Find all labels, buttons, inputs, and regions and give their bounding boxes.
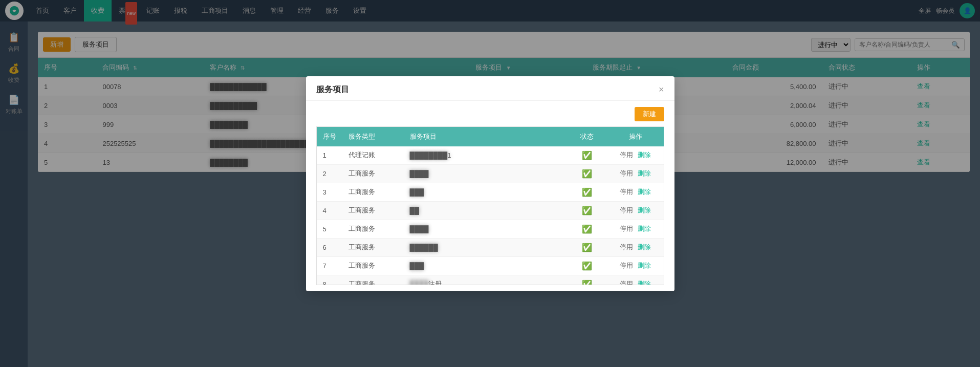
delete-button[interactable]: 删除 bbox=[638, 243, 651, 251]
list-item: 1 代理记账 ████████1 ✅ 停用 删除 bbox=[317, 146, 664, 165]
disable-button[interactable]: 停用 bbox=[620, 188, 633, 196]
status-check-icon: ✅ bbox=[582, 243, 592, 252]
list-item: 4 工商服务 ██ ✅ 停用 删除 bbox=[317, 201, 664, 220]
list-item: 7 工商服务 ███ ✅ 停用 删除 bbox=[317, 256, 664, 275]
modal-table-wrap: 序号 服务类型 服务项目 状态 操作 1 代理记账 ████████1 ✅ bbox=[316, 126, 664, 285]
status-check-icon: ✅ bbox=[582, 169, 592, 178]
modal-col-action: 操作 bbox=[607, 127, 664, 146]
modal-col-type: 服务类型 bbox=[342, 127, 404, 146]
delete-button[interactable]: 删除 bbox=[638, 225, 651, 232]
modal-col-seq: 序号 bbox=[317, 127, 342, 146]
delete-button[interactable]: 删除 bbox=[638, 188, 651, 196]
modal-title: 服务项目 bbox=[316, 84, 349, 95]
modal-body: 新建 序号 服务类型 服务项目 状态 操作 bbox=[306, 101, 674, 291]
status-check-icon: ✅ bbox=[582, 280, 592, 285]
disable-button[interactable]: 停用 bbox=[620, 206, 633, 214]
delete-button[interactable]: 删除 bbox=[638, 206, 651, 214]
status-check-icon: ✅ bbox=[582, 188, 592, 197]
modal-new-button[interactable]: 新建 bbox=[635, 107, 664, 121]
disable-button[interactable]: 停用 bbox=[620, 262, 633, 269]
modal-header: 服务项目 × bbox=[306, 76, 674, 101]
delete-button[interactable]: 删除 bbox=[638, 151, 651, 159]
disable-button[interactable]: 停用 bbox=[620, 169, 633, 177]
modal-table-body: 1 代理记账 ████████1 ✅ 停用 删除 2 工商服务 bbox=[317, 146, 664, 285]
list-item: 2 工商服务 ████ ✅ 停用 删除 bbox=[317, 164, 664, 183]
list-item: 8 工商服务 ████注册 ✅ 停用 删除 bbox=[317, 275, 664, 285]
delete-button[interactable]: 删除 bbox=[638, 262, 651, 269]
status-check-icon: ✅ bbox=[582, 151, 592, 160]
list-item: 6 工商服务 ██████ ✅ 停用 删除 bbox=[317, 238, 664, 256]
delete-button[interactable]: 删除 bbox=[638, 169, 651, 177]
service-items-modal: 服务项目 × 新建 序号 服务类型 服务项目 状态 操作 bbox=[306, 76, 674, 291]
disable-button[interactable]: 停用 bbox=[620, 151, 633, 159]
status-check-icon: ✅ bbox=[582, 225, 592, 233]
disable-button[interactable]: 停用 bbox=[620, 243, 633, 251]
list-item: 5 工商服务 ████ ✅ 停用 删除 bbox=[317, 220, 664, 238]
modal-overlay: 服务项目 × 新建 序号 服务类型 服务项目 状态 操作 bbox=[0, 0, 980, 367]
disable-button[interactable]: 停用 bbox=[620, 225, 633, 232]
modal-toolbar: 新建 bbox=[316, 107, 664, 121]
modal-table: 序号 服务类型 服务项目 状态 操作 1 代理记账 ████████1 ✅ bbox=[317, 127, 664, 285]
status-check-icon: ✅ bbox=[582, 262, 592, 270]
status-check-icon: ✅ bbox=[582, 206, 592, 215]
modal-table-header: 序号 服务类型 服务项目 状态 操作 bbox=[317, 127, 664, 146]
delete-button[interactable]: 删除 bbox=[638, 280, 651, 285]
modal-col-item: 服务项目 bbox=[404, 127, 567, 146]
modal-col-status: 状态 bbox=[567, 127, 607, 146]
disable-button[interactable]: 停用 bbox=[620, 280, 633, 285]
list-item: 3 工商服务 ███ ✅ 停用 删除 bbox=[317, 183, 664, 201]
modal-close-button[interactable]: × bbox=[659, 85, 664, 94]
